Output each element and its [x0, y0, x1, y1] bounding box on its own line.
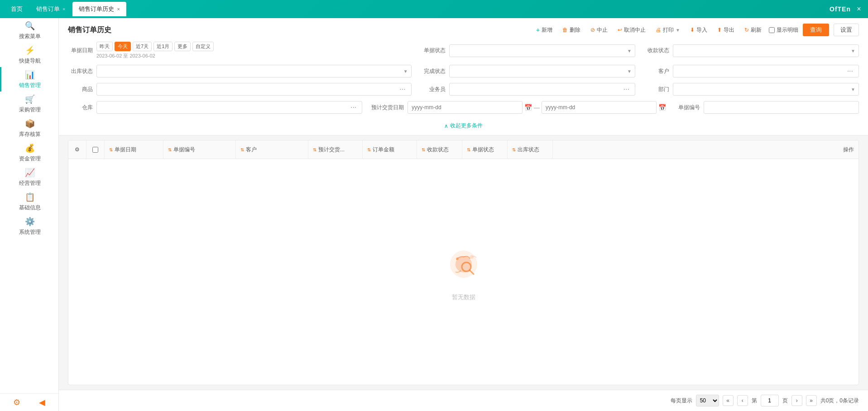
window-close-btn[interactable]: ×	[854, 5, 863, 14]
print-arrow-icon: ▼	[676, 28, 680, 33]
th-delivery-label: 预计交货...	[318, 146, 345, 154]
import-icon: ⬇	[690, 27, 695, 33]
stop-button[interactable]: ⊘ 中止	[588, 24, 610, 36]
warehouse-dots-icon[interactable]: ···	[349, 103, 358, 111]
tab-sales-order[interactable]: 销售订单 ×	[30, 2, 72, 16]
goods-input-wrapper: ···	[96, 83, 412, 96]
delivery-end-calendar-icon[interactable]: 📅	[658, 104, 666, 111]
date-today-btn[interactable]: 今天	[115, 42, 131, 51]
print-button[interactable]: 🖨 打印 ▼	[653, 24, 683, 36]
search-icon: 🔍	[25, 21, 35, 31]
date-filter-wrapper: 昨天 今天 近7天 近1月 更多 自定义 2023-06-02 至 2023-0…	[96, 42, 412, 59]
goods-input[interactable]	[101, 83, 398, 95]
first-page-btn[interactable]: «	[723, 395, 734, 406]
display-detail-label: 显示明细	[777, 26, 798, 34]
department-select[interactable]	[673, 83, 859, 96]
customer-dots-icon[interactable]: ···	[845, 67, 855, 75]
refresh-button[interactable]: ↻ 刷新	[742, 24, 764, 36]
tab-sales-order-history[interactable]: 销售订单历史 ×	[72, 2, 126, 16]
complete-status-field: 完成状态 未完成 已完成 ▼	[421, 65, 635, 77]
date-yesterday-btn[interactable]: 昨天	[96, 42, 113, 51]
last-page-btn[interactable]: »	[806, 395, 817, 406]
department-label: 部门	[644, 86, 669, 93]
next-page-btn[interactable]: ›	[791, 395, 802, 406]
delivery-end-input[interactable]	[542, 101, 657, 114]
date-custom-btn[interactable]: 自定义	[192, 42, 214, 51]
delete-button[interactable]: 🗑 删除	[560, 24, 583, 36]
sidebar-item-search-menu[interactable]: 🔍 搜索菜单	[0, 18, 58, 43]
display-detail-check[interactable]: 显示明细	[769, 26, 798, 34]
th-order-no[interactable]: ⇅ 单据编号	[163, 140, 236, 159]
order-no-input[interactable]	[704, 101, 859, 114]
tab-sales-order-history-close[interactable]: ×	[117, 6, 120, 12]
goods-dots-icon[interactable]: ···	[398, 85, 407, 93]
collapse-label: 收起更多条件	[450, 122, 483, 130]
settings-button[interactable]: 设置	[834, 24, 859, 36]
salesperson-input[interactable]	[453, 83, 622, 95]
date-more-btn[interactable]: 更多	[174, 42, 191, 51]
date-1month-btn[interactable]: 近1月	[153, 42, 173, 51]
customer-input[interactable]	[677, 65, 845, 77]
import-button[interactable]: ⬇ 导入	[687, 24, 710, 36]
th-checkbox-input[interactable]	[92, 147, 98, 153]
sidebar-item-base-info[interactable]: 📋 基础信息	[0, 189, 58, 214]
order-status-select[interactable]: 待审核 已审核 已关闭	[449, 44, 635, 57]
sidebar-label-operations: 经营管理	[19, 179, 41, 187]
th-amount-label: 订单金额	[373, 146, 394, 154]
sidebar-item-operations[interactable]: 📈 经营管理	[0, 165, 58, 189]
collapse-up-icon: ∧	[444, 123, 448, 129]
sidebar-item-inventory[interactable]: 📦 库存核算	[0, 116, 58, 140]
filter-area: 单据日期 昨天 今天 近7天 近1月 更多 自定义 2023-06-02 至 2…	[68, 42, 859, 135]
th-date[interactable]: ⇅ 单据日期	[105, 140, 163, 159]
pay-status-select-wrapper: 未收款 部分收款 已收款 ▼	[673, 44, 859, 57]
out-status-select[interactable]: 未出库 部分出库 已出库	[96, 65, 412, 77]
pay-status-select[interactable]: 未收款 部分收款 已收款	[673, 44, 859, 57]
th-amount[interactable]: ⇅ 订单金额	[363, 140, 417, 159]
page-size-select[interactable]: 50 10 20 100	[696, 395, 719, 406]
query-button[interactable]: 查询	[803, 24, 829, 36]
sidebar-bottom: ⚙ ◀	[0, 393, 58, 411]
cancel-stop-button[interactable]: ↩ 取消中止	[615, 24, 648, 36]
th-customer[interactable]: ⇅ 客户	[236, 140, 308, 159]
sidebar-item-sales-mgmt[interactable]: 📊 销售管理	[0, 67, 58, 92]
delivery-start-calendar-icon[interactable]: 📅	[524, 104, 532, 111]
cancel-stop-icon: ↩	[618, 27, 622, 33]
prev-page-btn[interactable]: ‹	[737, 395, 748, 406]
salesperson-dots-icon[interactable]: ···	[622, 85, 631, 93]
th-payment[interactable]: ⇅ 收款状态	[417, 140, 462, 159]
sidebar-item-sys-mgmt[interactable]: ⚙️ 系统管理	[0, 214, 58, 238]
th-payment-sort-icon: ⇅	[422, 147, 425, 152]
export-label: 导出	[724, 26, 734, 34]
page-label: 第	[752, 397, 757, 405]
export-button[interactable]: ⬆ 导出	[715, 24, 737, 36]
quick-nav-icon: ⚡	[25, 45, 35, 55]
sidebar-label-inventory: 库存核算	[19, 131, 41, 138]
filter-row-3: 商品 ··· 业务员 ··· 部门	[68, 83, 859, 96]
date-7days-btn[interactable]: 近7天	[133, 42, 152, 51]
sidebar-item-quick-nav[interactable]: ⚡ 快捷导航	[0, 43, 58, 67]
delivery-start-input[interactable]	[408, 101, 523, 114]
warehouse-input[interactable]	[101, 102, 349, 113]
pay-status-field: 收款状态 未收款 部分收款 已收款 ▼	[644, 44, 859, 57]
out-status-field: 出库状态 未出库 部分出库 已出库 ▼	[68, 65, 412, 77]
sidebar-item-finance[interactable]: 💰 资金管理	[0, 140, 58, 165]
add-button[interactable]: + 新增	[533, 24, 555, 36]
th-checkbox	[86, 140, 105, 159]
sidebar-item-purchase-mgmt[interactable]: 🛒 采购管理	[0, 92, 58, 116]
th-delivery[interactable]: ⇅ 预计交货...	[308, 140, 363, 159]
collapse-row[interactable]: ∧ 收起更多条件	[68, 119, 859, 131]
page-size-label: 每页显示	[671, 397, 692, 405]
top-bar-right: OfTEn ×	[830, 5, 863, 14]
sidebar-collapse-icon[interactable]: ◀	[39, 397, 45, 407]
display-detail-checkbox[interactable]	[769, 27, 775, 33]
sidebar-settings-icon[interactable]: ⚙	[13, 397, 20, 407]
tab-sales-order-close[interactable]: ×	[62, 6, 65, 12]
th-status[interactable]: ⇅ 单据状态	[462, 140, 508, 159]
warehouse-label: 仓库	[68, 104, 93, 111]
complete-status-select[interactable]: 未完成 已完成	[449, 65, 635, 77]
th-settings[interactable]: ⚙	[68, 140, 86, 159]
sys-mgmt-icon: ⚙️	[25, 217, 35, 227]
th-warehouse[interactable]: ⇅ 出库状态	[508, 140, 553, 159]
tab-home[interactable]: 首页	[5, 2, 29, 16]
page-number-input[interactable]	[761, 395, 779, 406]
